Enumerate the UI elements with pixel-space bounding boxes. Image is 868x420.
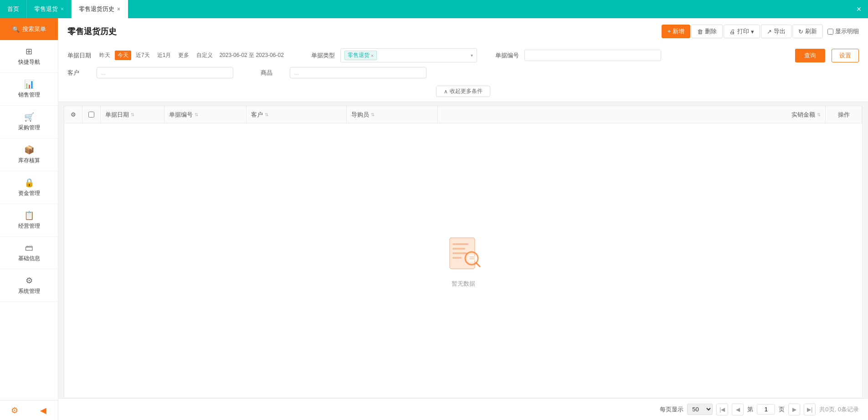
tab-home[interactable]: 首页: [0, 0, 27, 18]
th-guide[interactable]: 导购员 ⇅: [347, 106, 438, 123]
tab-retail-return-close[interactable]: ×: [61, 6, 64, 12]
sidebar-item-system-label: 系统管理: [18, 287, 40, 295]
th-billno[interactable]: 单据编号 ⇅: [164, 106, 247, 123]
filter-row-1: 单据日期 昨天 今天 近7天 近1月 更多 自定义 2023-06-02 至 2…: [67, 48, 859, 62]
delete-button[interactable]: 🗑 删除: [691, 25, 723, 38]
th-guide-label: 导购员: [351, 111, 369, 119]
type-filter-label: 单据类型: [311, 51, 337, 60]
tab-retail-return-label: 零售退货: [34, 5, 58, 13]
th-guide-sort-icon: ⇅: [371, 112, 375, 117]
main-layout: 🔍 搜索菜单 ⊞ 快捷导航 📊 销售管理 🛒 采购管理 📦 库存核算 🔒 资金管…: [0, 18, 868, 420]
query-button[interactable]: 查询: [795, 49, 825, 62]
table-area: ⚙ 单据日期 ⇅ 单据编号 ⇅ 客户 ⇅ 导购员: [64, 106, 863, 398]
sidebar-item-baseinfo-label: 基础信息: [18, 255, 40, 262]
export-label: 导出: [774, 27, 786, 36]
sidebar-search[interactable]: 🔍 搜索菜单: [0, 18, 58, 40]
empty-state: 暂无数据: [64, 123, 862, 398]
sidebar-item-business[interactable]: 📋 经营管理: [0, 204, 58, 237]
th-date[interactable]: 单据日期 ⇅: [101, 106, 164, 123]
content-area: 零售退货历史 + 新增 🗑 删除 🖨 打印 ▾ ↗ 导出: [58, 18, 868, 420]
date-opt-1month[interactable]: 近1月: [154, 51, 174, 60]
delete-label: 删除: [705, 27, 717, 36]
topbar: 首页 零售退货 × 零售退货历史 × ×: [0, 0, 868, 18]
business-icon: 📋: [24, 210, 34, 220]
svg-rect-3: [452, 252, 467, 254]
last-page-button[interactable]: ▶|: [804, 404, 816, 415]
sidebar-item-system[interactable]: ⚙ 系统管理: [0, 269, 58, 302]
print-button[interactable]: 🖨 打印 ▾: [724, 25, 760, 38]
show-detail-checkbox[interactable]: 显示明细: [827, 27, 859, 36]
collapse-button[interactable]: ∧ 收起更多条件: [436, 86, 490, 97]
collapse-bar: ∧ 收起更多条件: [67, 83, 859, 102]
sidebar-item-finance[interactable]: 🔒 资金管理: [0, 171, 58, 204]
window-close-button[interactable]: ×: [850, 0, 868, 18]
date-opt-yesterday[interactable]: 昨天: [97, 51, 113, 60]
goods-input[interactable]: [290, 67, 426, 78]
settings-col-icon: ⚙: [71, 111, 76, 118]
billno-filter-label: 单据编号: [495, 51, 521, 60]
billno-input[interactable]: [524, 50, 661, 61]
date-opt-custom[interactable]: 自定义: [194, 51, 216, 60]
date-opt-7days[interactable]: 近7天: [133, 51, 153, 60]
page-header: 零售退货历史 + 新增 🗑 删除 🖨 打印 ▾ ↗ 导出: [58, 18, 868, 102]
first-page-button[interactable]: |◀: [716, 404, 728, 415]
date-opt-more[interactable]: 更多: [175, 51, 192, 60]
th-date-sort-icon: ⇅: [131, 112, 134, 117]
th-op-label: 操作: [838, 111, 850, 119]
svg-point-6: [467, 254, 476, 262]
export-button[interactable]: ↗ 导出: [761, 25, 791, 38]
date-opt-today[interactable]: 今天: [115, 51, 131, 60]
svg-rect-2: [452, 248, 465, 250]
page-title-row: 零售退货历史 + 新增 🗑 删除 🖨 打印 ▾ ↗ 导出: [67, 25, 859, 38]
th-customer-label: 客户: [251, 111, 263, 119]
table-header: ⚙ 单据日期 ⇅ 单据编号 ⇅ 客户 ⇅ 导购员: [64, 106, 862, 123]
search-icon: 🔍: [12, 26, 20, 33]
customer-input[interactable]: [97, 67, 233, 78]
page-size-select[interactable]: 50 20 100: [687, 404, 713, 415]
svg-rect-1: [452, 243, 468, 245]
th-amount[interactable]: 实销金额 ⇅: [438, 106, 826, 123]
th-billno-sort-icon: ⇅: [195, 112, 198, 117]
th-checkbox[interactable]: [82, 106, 101, 123]
svg-rect-4: [452, 257, 462, 259]
sidebar-settings-button[interactable]: ⚙: [0, 400, 29, 420]
tab-home-label: 首页: [7, 5, 19, 13]
show-detail-label: 显示明细: [835, 27, 859, 36]
refresh-button[interactable]: ↻ 刷新: [792, 25, 823, 38]
settings-button[interactable]: 设置: [832, 49, 859, 62]
add-button[interactable]: + 新增: [662, 25, 690, 38]
tab-retail-return-history[interactable]: 零售退货历史 ×: [72, 0, 128, 18]
print-arrow-icon: ▾: [751, 28, 754, 35]
type-tag-close[interactable]: ×: [371, 53, 374, 58]
page-number-input[interactable]: [757, 404, 775, 415]
page-title: 零售退货历史: [67, 26, 117, 37]
sidebar-bottom: ⚙ ◀: [0, 400, 58, 420]
inventory-icon: 📦: [24, 145, 34, 155]
sidebar-item-sales[interactable]: 📊 销售管理: [0, 73, 58, 106]
tab-retail-return[interactable]: 零售退货 ×: [27, 0, 72, 18]
refresh-label: 刷新: [805, 27, 817, 36]
type-select[interactable]: 零售退货 × ▾: [340, 48, 477, 62]
system-icon: ⚙: [26, 276, 33, 286]
type-select-arrow: ▾: [471, 53, 473, 58]
show-detail-input[interactable]: [827, 29, 833, 35]
th-customer[interactable]: 客户 ⇅: [247, 106, 347, 123]
th-billno-label: 单据编号: [169, 111, 193, 119]
print-icon: 🖨: [729, 28, 735, 35]
select-all-checkbox[interactable]: [88, 112, 94, 118]
customer-filter-label: 客户: [67, 69, 93, 77]
th-settings[interactable]: ⚙: [64, 106, 82, 123]
sidebar-item-quicknav[interactable]: ⊞ 快捷导航: [0, 40, 58, 73]
pagination-bar: 每页显示 50 20 100 |◀ ◀ 第 页 ▶ ▶| 共0页, 0条记录: [58, 398, 868, 420]
next-page-button[interactable]: ▶: [788, 404, 800, 415]
th-amount-sort-icon: ⇅: [817, 112, 821, 117]
refresh-icon: ↻: [798, 28, 803, 35]
sidebar-item-inventory[interactable]: 📦 库存核算: [0, 138, 58, 171]
sidebar-item-baseinfo[interactable]: 🗃 基础信息: [0, 237, 58, 269]
goods-filter-label: 商品: [261, 69, 286, 77]
prev-page-button[interactable]: ◀: [732, 404, 744, 415]
sidebar-item-purchase[interactable]: 🛒 采购管理: [0, 106, 58, 138]
tab-retail-return-history-close[interactable]: ×: [117, 6, 120, 12]
sidebar-collapse-button[interactable]: ◀: [29, 400, 58, 420]
baseinfo-icon: 🗃: [25, 243, 33, 253]
